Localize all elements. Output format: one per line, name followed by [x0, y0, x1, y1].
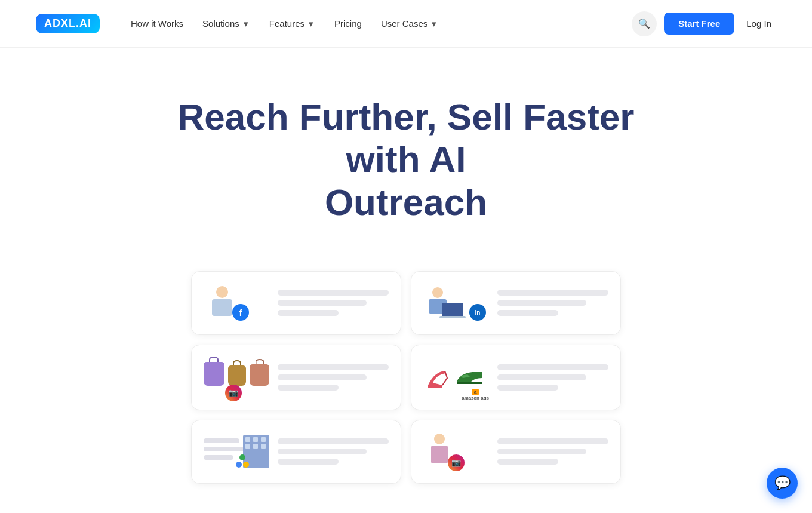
- main-nav: How it Works Solutions ▾ Features ▾ Pric…: [124, 14, 445, 33]
- nav-item-how-it-works[interactable]: How it Works: [124, 14, 190, 33]
- nav-item-pricing[interactable]: Pricing: [327, 14, 369, 33]
- bottom-instagram-card[interactable]: 📷: [411, 420, 621, 484]
- login-button[interactable]: Log In: [742, 13, 776, 35]
- facebook-card-lines: [278, 290, 389, 316]
- line: [497, 300, 586, 306]
- nav-item-solutions[interactable]: Solutions ▾: [195, 14, 257, 33]
- bottom-instagram-illustration: 📷: [423, 432, 489, 471]
- navbar-right: 🔍 Start Free Log In: [632, 11, 776, 36]
- facebook-card[interactable]: f: [191, 271, 401, 335]
- instagram-card-lines: [278, 364, 389, 391]
- google-ads-card-lines: [278, 438, 389, 465]
- nav-label: Features: [269, 19, 304, 29]
- google-ads-illustration: [204, 432, 269, 471]
- facebook-illustration: f: [204, 284, 269, 322]
- hero-title: Reach Further, Sell Faster with AI Outre…: [137, 96, 675, 223]
- line: [278, 459, 339, 465]
- heel-shoe-icon: [423, 366, 450, 389]
- line: [278, 310, 339, 316]
- hero-title-line1: Reach Further, Sell Faster with AI: [178, 96, 635, 180]
- logo[interactable]: ADXL.AI: [36, 14, 100, 33]
- svg-point-1: [243, 462, 249, 468]
- linkedin-card-lines: [497, 290, 608, 316]
- chat-icon: 💬: [774, 475, 791, 491]
- navbar-left: ADXL.AI How it Works Solutions ▾ Feature…: [36, 14, 445, 33]
- line: [278, 290, 389, 296]
- hero-section: Reach Further, Sell Faster with AI Outre…: [0, 48, 812, 247]
- line: [278, 438, 389, 444]
- search-button[interactable]: 🔍: [632, 11, 657, 36]
- chat-button[interactable]: 💬: [767, 468, 798, 499]
- line: [278, 385, 339, 391]
- line: [278, 364, 389, 370]
- svg-point-2: [239, 454, 245, 460]
- nav-item-user-cases[interactable]: User Cases ▾: [374, 14, 445, 33]
- amazon-card-lines: [497, 364, 608, 391]
- amazon-ads-card[interactable]: a amazon ads: [411, 345, 621, 410]
- line: [497, 438, 608, 444]
- line: [497, 374, 586, 380]
- nav-item-features[interactable]: Features ▾: [262, 14, 322, 33]
- hero-title-line2: Outreach: [325, 182, 487, 223]
- login-label: Log In: [746, 19, 771, 29]
- bottom-instagram-card-lines: [497, 438, 608, 465]
- logo-image: ADXL.AI: [36, 14, 100, 33]
- linkedin-illustration: in: [423, 284, 489, 322]
- line: [497, 449, 586, 454]
- line: [497, 459, 558, 465]
- nav-label: How it Works: [131, 19, 183, 29]
- sneaker-icon: [454, 367, 484, 388]
- chevron-down-icon: ▾: [307, 20, 315, 28]
- google-ads-card[interactable]: [191, 420, 401, 484]
- svg-point-0: [236, 462, 242, 468]
- nav-label: User Cases: [381, 19, 427, 29]
- amazon-illustration: a amazon ads: [423, 358, 489, 397]
- instagram-illustration: 📷: [204, 358, 269, 397]
- line: [497, 364, 608, 370]
- instagram-ecom-card[interactable]: 📷: [191, 345, 401, 410]
- line: [497, 385, 558, 391]
- line: [497, 290, 608, 296]
- google-ads-icon: [235, 453, 250, 469]
- start-free-button[interactable]: Start Free: [664, 13, 734, 35]
- linkedin-card[interactable]: in: [411, 271, 621, 335]
- line: [278, 449, 367, 454]
- navbar: ADXL.AI How it Works Solutions ▾ Feature…: [0, 0, 812, 48]
- line: [278, 300, 367, 306]
- nav-label: Pricing: [334, 19, 362, 29]
- logo-text: ADXL.AI: [44, 17, 91, 29]
- cards-grid: f: [191, 271, 621, 484]
- nav-label: Solutions: [202, 19, 239, 29]
- line: [278, 374, 367, 380]
- cards-section: f: [0, 247, 812, 508]
- chevron-down-icon: ▾: [430, 20, 438, 28]
- start-free-label: Start Free: [678, 19, 720, 29]
- search-icon: 🔍: [638, 18, 650, 29]
- line: [497, 310, 558, 316]
- chevron-down-icon: ▾: [242, 20, 250, 28]
